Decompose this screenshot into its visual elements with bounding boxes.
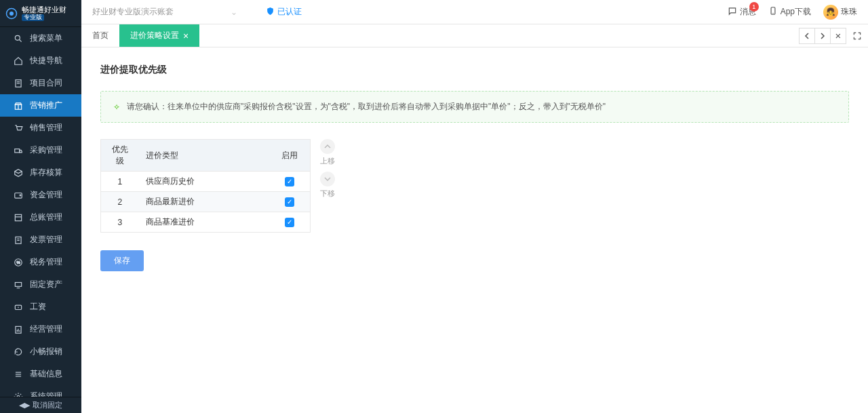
sidebar-item-tax[interactable]: %税务管理 [0, 251, 81, 273]
sidebar-item-purchase[interactable]: 采购管理 [0, 139, 81, 161]
sidebar-item-label: 项目合同 [30, 77, 62, 89]
priority-table: 优先级 进价类型 启用 1 供应商历史价 ✓ 2 商品最 [100, 139, 311, 233]
logo-sub: 专业版 [22, 14, 44, 21]
sidebar-item-label: 发票管理 [30, 234, 62, 245]
search-icon [14, 34, 23, 43]
sidebar-item-label: 经营管理 [30, 323, 62, 335]
phone-icon [768, 6, 778, 18]
cell-priority: 3 [101, 212, 139, 233]
message-icon [728, 6, 737, 18]
table-row[interactable]: 3 商品基准进价 ✓ [101, 212, 311, 233]
sidebar-item-marketing[interactable]: 营销推广 [0, 94, 81, 117]
close-icon[interactable]: × [183, 31, 189, 41]
svg-rect-12 [15, 214, 21, 220]
sidebar-pin-toggle[interactable]: ◀▶ 取消固定 [0, 397, 81, 413]
ledger-icon [14, 213, 23, 222]
verified-label: 已认证 [277, 6, 302, 18]
cell-priority: 1 [101, 172, 139, 192]
tab-home[interactable]: 首页 [81, 24, 119, 47]
logo-title: 畅捷通好业财 [22, 5, 66, 14]
sidebar-item-label: 工资 [30, 301, 46, 313]
sidebar-item-assets[interactable]: 固定资产 [0, 273, 81, 296]
cell-type: 商品最新进价 [139, 192, 270, 212]
chevron-down-icon [320, 172, 335, 186]
sidebar-item-basic[interactable]: 基础信息 [0, 363, 81, 385]
sidebar-item-operation[interactable]: 经营管理 [0, 318, 81, 340]
salary-icon [14, 302, 23, 312]
cell-type: 商品基准进价 [139, 212, 270, 233]
tabs-close-button[interactable]: × [830, 28, 846, 44]
sidebar-item-label: 库存核算 [30, 167, 62, 178]
tabs-bar: 首页 进价策略设置 × × [81, 24, 868, 47]
cart-icon [14, 123, 23, 133]
svg-rect-9 [15, 149, 20, 152]
gear-icon [14, 392, 23, 397]
fullscreen-button[interactable] [849, 28, 865, 44]
user-name: 珠珠 [841, 6, 857, 18]
sidebar-item-project[interactable]: 项目合同 [0, 72, 81, 94]
sidebar-item-sales[interactable]: 销售管理 [0, 117, 81, 139]
svg-text:%: % [16, 260, 20, 264]
save-button[interactable]: 保存 [100, 250, 144, 271]
info-banner: ✧ 请您确认：往来单位中的供应商"采购报价含税"设置，为"含税"，取到进价后将自… [100, 91, 849, 123]
tabs-next-button[interactable] [814, 28, 831, 44]
col-enable: 启用 [270, 140, 311, 172]
shield-icon [266, 7, 275, 18]
sidebar-item-expense[interactable]: 小畅报销 [0, 340, 81, 363]
enable-checkbox[interactable]: ✓ [285, 177, 294, 186]
sidebar-item-label: 资金管理 [30, 189, 62, 201]
sidebar-item-label: 税务管理 [30, 256, 62, 268]
sidebar-item-salary[interactable]: 工资 [0, 296, 81, 318]
tax-icon: % [14, 258, 23, 267]
box-icon [14, 168, 23, 178]
sidebar-item-funds[interactable]: 资金管理 [0, 184, 81, 206]
sidebar-item-quicknav[interactable]: 快捷导航 [0, 50, 81, 72]
sidebar-menu: 搜索菜单 快捷导航 项目合同 营销推广 销售管理 采购管理 库存核算 资金管理 … [0, 27, 81, 397]
table-row[interactable]: 2 商品最新进价 ✓ [101, 192, 311, 212]
move-down-button[interactable]: 下移 [320, 172, 335, 199]
chevron-up-icon [320, 139, 335, 154]
user-menu[interactable]: 👧 珠珠 [823, 5, 857, 20]
page-title: 进价提取优先级 [100, 64, 849, 76]
sidebar: 畅捷通好业财 专业版 搜索菜单 快捷导航 项目合同 营销推广 销售管理 采购管理… [0, 0, 81, 413]
sidebar-item-label: 基础信息 [30, 368, 62, 380]
sidebar-item-label: 搜索菜单 [30, 33, 62, 44]
tab-price-strategy[interactable]: 进价策略设置 × [119, 24, 199, 47]
sidebar-item-label: 小畅报销 [30, 346, 62, 357]
asset-icon [14, 280, 23, 290]
download-label: App下载 [781, 6, 811, 18]
list-icon [14, 370, 23, 379]
account-name: 好业财专业版演示账套 [92, 6, 174, 18]
messages-badge: 1 [749, 2, 759, 12]
svg-point-1 [9, 12, 14, 16]
sidebar-item-label: 固定资产 [30, 279, 62, 290]
col-priority: 优先级 [101, 140, 139, 172]
sidebar-item-system[interactable]: 系统管理 [0, 385, 81, 397]
app-download-button[interactable]: App下载 [768, 6, 811, 18]
sidebar-item-label: 采购管理 [30, 144, 62, 156]
sidebar-item-label: 快捷导航 [30, 55, 62, 66]
svg-rect-19 [15, 282, 21, 286]
logo-icon [5, 7, 18, 20]
sidebar-item-ledger[interactable]: 总账管理 [0, 206, 81, 229]
logo: 畅捷通好业财 专业版 [0, 0, 81, 27]
tabs-prev-button[interactable] [799, 28, 815, 44]
account-selector[interactable]: 好业财专业版演示账套 ⌄ [92, 6, 237, 18]
enable-checkbox[interactable]: ✓ [285, 197, 294, 207]
messages-button[interactable]: 消息 1 [728, 6, 756, 18]
verified-badge: 已认证 [266, 6, 302, 18]
sidebar-item-inventory[interactable]: 库存核算 [0, 161, 81, 184]
move-up-button[interactable]: 上移 [320, 139, 335, 166]
move-down-label: 下移 [320, 189, 335, 199]
svg-point-11 [20, 195, 21, 196]
tab-label: 进价策略设置 [130, 30, 179, 41]
sidebar-item-search[interactable]: 搜索菜单 [0, 27, 81, 50]
sidebar-item-label: 总账管理 [30, 212, 62, 223]
sidebar-item-invoice[interactable]: 发票管理 [0, 229, 81, 251]
contract-icon [14, 79, 23, 88]
table-row[interactable]: 1 供应商历史价 ✓ [101, 172, 311, 192]
enable-checkbox[interactable]: ✓ [285, 218, 294, 227]
sidebar-item-label: 系统管理 [30, 391, 62, 397]
refresh-icon [14, 347, 23, 357]
move-up-label: 上移 [320, 156, 335, 166]
